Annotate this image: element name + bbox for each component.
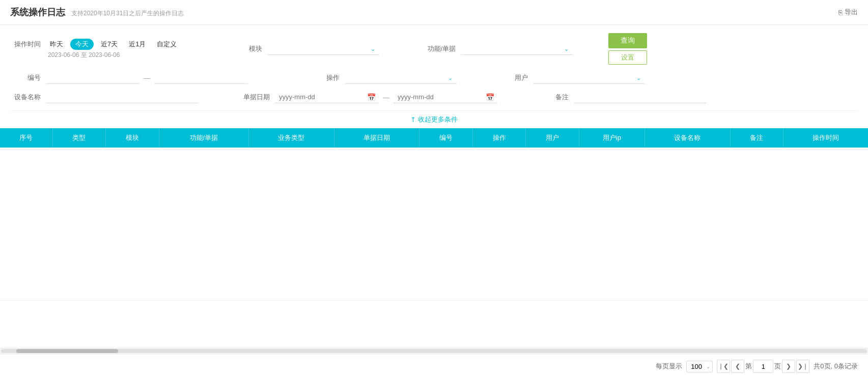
filter-area: 操作时间 昨天 今天 近7天 近1月 自定义 2023-06-06 至 2023… <box>0 25 868 128</box>
operation-filter-group: 操作 ⌄ <box>309 72 457 84</box>
filter-row-2: 编号 — 操作 ⌄ 用户 <box>10 72 858 84</box>
horizontal-scrollbar[interactable] <box>0 348 868 354</box>
number-filter-group: 编号 — <box>10 72 248 84</box>
page-first-button[interactable]: ❘❮ <box>717 360 730 373</box>
settings-button[interactable]: 设置 <box>608 50 647 65</box>
page-subtitle: 支持2020年10月31日之后产生的操作日志 <box>71 9 184 18</box>
number-input-from[interactable] <box>46 72 139 84</box>
col-user-ip: 用户ip <box>579 128 645 148</box>
user-select-wrapper: ⌄ <box>533 72 645 84</box>
data-table: 序号 类型 模块 功能/单据 业务类型 单据日期 编号 操作 用户 用户ip 设… <box>0 128 868 301</box>
col-sequence: 序号 <box>0 128 52 148</box>
date-filter-group: 单据日期 📅 — 📅 <box>239 91 497 103</box>
page-prev-button[interactable]: ❮ <box>731 360 744 373</box>
user-filter-group: 用户 ⌄ <box>497 72 645 84</box>
header-left: 系统操作日志 支持2020年10月31日之后产生的操作日志 <box>10 6 184 18</box>
page-last-button[interactable]: ❯❘ <box>796 360 809 373</box>
table-header-row: 序号 类型 模块 功能/单据 业务类型 单据日期 编号 操作 用户 用户ip 设… <box>0 128 868 148</box>
table-body <box>0 148 868 300</box>
number-label: 编号 <box>10 73 46 82</box>
collapse-bar[interactable]: ⤒ 收起更多条件 <box>10 110 858 128</box>
device-input[interactable] <box>46 91 199 103</box>
date-dash: — <box>383 94 389 101</box>
col-device: 设备名称 <box>645 128 730 148</box>
collapse-icon: ⤒ <box>410 116 416 124</box>
page-header: 系统操作日志 支持2020年10月31日之后产生的操作日志 ⎘ 导出 <box>0 0 868 25</box>
calendar-from-icon[interactable]: 📅 <box>367 93 376 101</box>
page-label: 第 <box>745 362 752 371</box>
number-dash: — <box>144 74 150 82</box>
module-select[interactable] <box>267 43 379 55</box>
time-btn-7days[interactable]: 近7天 <box>97 39 122 50</box>
function-filter-group: 功能/单据 ⌄ <box>420 43 573 55</box>
time-btn-custom[interactable]: 自定义 <box>153 39 181 50</box>
col-operation: 操作 <box>472 128 525 148</box>
page-next-button[interactable]: ❯ <box>782 360 795 373</box>
filter-row-1: 操作时间 昨天 今天 近7天 近1月 自定义 2023-06-06 至 2023… <box>10 33 858 65</box>
col-type: 类型 <box>52 128 105 148</box>
col-number: 编号 <box>419 128 472 148</box>
date-to-wrap: 📅 <box>394 91 497 103</box>
col-user: 用户 <box>526 128 579 148</box>
operation-select-wrapper: ⌄ <box>345 72 457 84</box>
page-title: 系统操作日志 <box>10 6 65 18</box>
user-label: 用户 <box>497 73 533 82</box>
pagination-bar: 每页显示 50 100 200 ⌄ ❘❮ ❮ 第 页 ❯ ❯❘ 共0页, 0条记… <box>0 354 868 378</box>
per-page-label: 每页显示 <box>656 362 682 371</box>
time-btn-1month[interactable]: 近1月 <box>125 39 150 50</box>
total-label: 共0页, 0条记录 <box>814 362 858 371</box>
time-btn-today[interactable]: 今天 <box>70 39 94 50</box>
export-button[interactable]: ⎘ 导出 <box>838 8 858 17</box>
collapse-label: 收起更多条件 <box>418 115 458 124</box>
operation-label: 操作 <box>309 73 345 82</box>
col-date: 单据日期 <box>334 128 419 148</box>
module-filter-group: 模块 ⌄ <box>232 43 379 55</box>
page-input[interactable] <box>753 360 773 373</box>
page-suffix: 页 <box>774 362 781 371</box>
module-select-wrapper: ⌄ <box>267 43 379 55</box>
action-buttons: 查询 设置 <box>608 33 647 65</box>
date-label: 单据日期 <box>239 93 275 102</box>
col-operation-time: 操作时间 <box>783 128 868 148</box>
table-section: 序号 类型 模块 功能/单据 业务类型 单据日期 编号 操作 用户 用户ip 设… <box>0 128 868 348</box>
col-module: 模块 <box>106 128 159 148</box>
time-label: 操作时间 <box>10 40 46 49</box>
col-business-type: 业务类型 <box>249 128 334 148</box>
table-header: 序号 类型 模块 功能/单据 业务类型 单据日期 编号 操作 用户 用户ip 设… <box>0 128 868 148</box>
scrollbar-thumb[interactable] <box>16 349 118 353</box>
time-range-display: 2023-06-06 至 2023-06-06 <box>48 51 120 60</box>
date-from-input[interactable] <box>275 91 379 103</box>
date-to-input[interactable] <box>394 91 497 103</box>
empty-cell <box>0 148 868 300</box>
remark-input[interactable] <box>574 91 706 103</box>
col-function: 功能/单据 <box>159 128 248 148</box>
function-select[interactable] <box>461 43 573 55</box>
remark-filter-group: 备注 <box>538 91 706 103</box>
scrollbar-track <box>1 349 867 353</box>
empty-row <box>0 148 868 300</box>
function-select-wrapper: ⌄ <box>461 43 573 55</box>
user-select[interactable] <box>533 72 645 84</box>
function-label: 功能/单据 <box>420 44 461 53</box>
col-remark: 备注 <box>730 128 783 148</box>
operation-select[interactable] <box>345 72 457 84</box>
remark-label: 备注 <box>538 93 574 102</box>
per-page-select[interactable]: 50 100 200 <box>686 361 713 372</box>
device-label: 设备名称 <box>10 93 46 102</box>
time-filter-group: 操作时间 昨天 今天 近7天 近1月 自定义 2023-06-06 至 2023… <box>10 39 181 60</box>
time-btn-yesterday[interactable]: 昨天 <box>46 39 67 50</box>
export-icon: ⎘ <box>838 9 843 16</box>
filter-row-3: 设备名称 单据日期 📅 — 📅 备注 <box>10 91 858 103</box>
date-from-wrap: 📅 <box>275 91 379 103</box>
query-button[interactable]: 查询 <box>608 33 647 48</box>
module-label: 模块 <box>232 44 267 53</box>
pagination-nav: ❘❮ ❮ 第 页 ❯ ❯❘ <box>717 360 809 373</box>
time-buttons: 昨天 今天 近7天 近1月 自定义 <box>46 39 181 50</box>
device-filter-group: 设备名称 <box>10 91 199 103</box>
per-page-select-wrap: 50 100 200 ⌄ <box>686 361 713 372</box>
calendar-to-icon[interactable]: 📅 <box>486 93 494 101</box>
number-input-to[interactable] <box>154 72 248 84</box>
